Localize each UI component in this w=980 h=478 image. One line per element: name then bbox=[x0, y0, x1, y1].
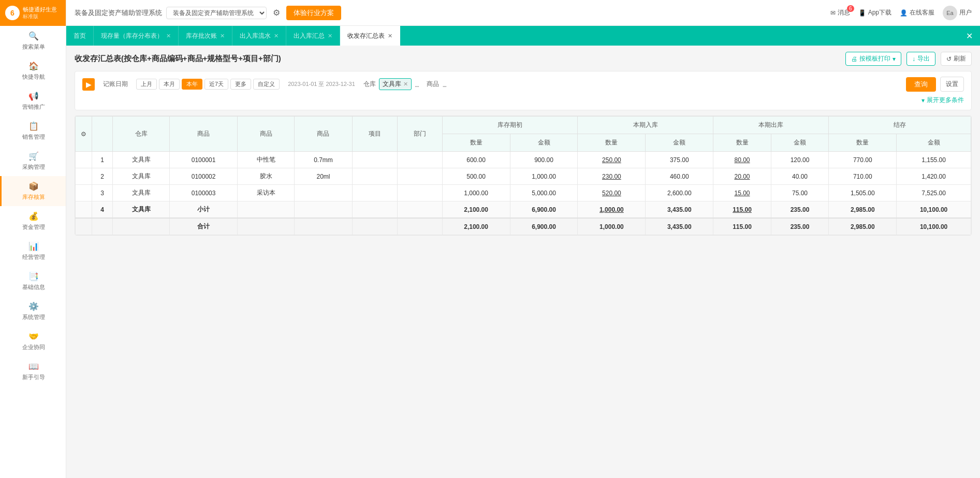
row1-in-qty[interactable]: 250.00 bbox=[578, 152, 646, 168]
sidebar-item-purchase[interactable]: 🛒 采购管理 bbox=[0, 146, 66, 176]
tab-inout-flow[interactable]: 出入库流水 ✕ bbox=[232, 26, 286, 46]
sidebar-label-quicknav: 快捷导航 bbox=[22, 73, 45, 81]
topbar: 装备及固定资产辅助管理系统 装备及固定资产辅助管理系统 ⚙ 体验行业方案 ✉ 消… bbox=[66, 0, 980, 26]
warehouse-label: 仓库 bbox=[363, 80, 376, 89]
sidebar-item-quicknav[interactable]: 🏠 快捷导航 bbox=[0, 56, 66, 86]
total-opening-qty: 2,100.00 bbox=[442, 218, 510, 235]
system-select[interactable]: 装备及固定资产辅助管理系统 bbox=[166, 7, 267, 19]
row2-department bbox=[397, 168, 442, 185]
goods-label: 商品 bbox=[427, 80, 439, 89]
try-btn[interactable]: 体验行业方案 bbox=[286, 6, 341, 20]
tab-inout-summary-label: 出入库汇总 bbox=[294, 32, 325, 40]
total-out-amt: 235.00 bbox=[771, 218, 829, 235]
filter-toggle-btn[interactable]: ▶ bbox=[82, 78, 95, 91]
app-download-btn[interactable]: 📱 App下载 bbox=[858, 8, 891, 17]
total-empty2 bbox=[113, 218, 170, 235]
date-btn-custom[interactable]: 自定义 bbox=[253, 79, 280, 90]
row1-warehouse: 文具库 bbox=[113, 152, 170, 168]
row2-in-qty[interactable]: 230.00 bbox=[578, 168, 646, 185]
warehouse-tag-text: 文具库 bbox=[383, 80, 401, 89]
print-btn[interactable]: 🖨 按模板打印 ▾ bbox=[845, 52, 901, 66]
refresh-btn[interactable]: ↺ 刷新 bbox=[941, 52, 972, 66]
window-close-icon[interactable]: ✕ bbox=[959, 31, 980, 41]
total-empty6 bbox=[397, 218, 442, 235]
total-balance-amt: 10,100.00 bbox=[897, 218, 971, 235]
chevron-down-icon: ▾ bbox=[893, 55, 896, 63]
date-btns: 上月 本月 本年 近7天 更多 自定义 bbox=[136, 79, 280, 90]
subtotal-in-qty[interactable]: 1,000.00 bbox=[578, 201, 646, 219]
tab-stock-dist-close[interactable]: ✕ bbox=[166, 33, 171, 39]
print-label: 按模板打印 bbox=[859, 54, 890, 63]
row3-in-qty[interactable]: 520.00 bbox=[578, 185, 646, 201]
sidebar-item-marketing[interactable]: 📢 营销推广 bbox=[0, 86, 66, 116]
export-btn[interactable]: ↓ 导出 bbox=[906, 52, 935, 66]
tab-batch[interactable]: 库存批次账 ✕ bbox=[179, 26, 232, 46]
tab-stock-dist[interactable]: 现存量（库存分布表） ✕ bbox=[94, 26, 179, 46]
th-opening-qty: 数量 bbox=[442, 134, 510, 152]
subtotal-num: 4 bbox=[92, 201, 113, 219]
filter-row-1: ▶ 记账日期 上月 本月 本年 近7天 更多 自定义 2023-01-01 至 … bbox=[82, 77, 964, 92]
sidebar-label-search: 搜索菜单 bbox=[22, 43, 45, 51]
date-btn-this-year[interactable]: 本年 bbox=[182, 79, 202, 90]
row1-balance-qty: 770.00 bbox=[829, 152, 897, 168]
sidebar-item-search[interactable]: 🔍 搜索菜单 bbox=[0, 26, 66, 56]
filter-expand-btn[interactable]: ▾ 展开更多条件 bbox=[922, 96, 964, 105]
th-department: 部门 bbox=[397, 117, 442, 152]
export-icon: ↓ bbox=[912, 55, 915, 63]
tab-inout-summary-close[interactable]: ✕ bbox=[328, 33, 332, 39]
row2-out-qty[interactable]: 20.00 bbox=[713, 168, 771, 185]
date-btn-more[interactable]: 更多 bbox=[230, 79, 251, 90]
tab-receive-summary[interactable]: 收发存汇总表 ✕ bbox=[340, 26, 400, 46]
sidebar-item-inventory[interactable]: 📦 库存核算 bbox=[0, 176, 66, 206]
search-btn[interactable]: 查询 bbox=[906, 77, 936, 92]
message-btn[interactable]: ✉ 消息 6 bbox=[830, 8, 850, 17]
row1-opening-amt: 900.00 bbox=[510, 152, 578, 168]
tab-inout-flow-close[interactable]: ✕ bbox=[274, 33, 279, 39]
total-label: 合计 bbox=[170, 218, 238, 235]
date-btn-last-month[interactable]: 上月 bbox=[136, 79, 157, 90]
sidebar-item-finance[interactable]: 💰 资金管理 bbox=[0, 206, 66, 236]
sidebar-item-guide[interactable]: 📖 新手引导 bbox=[0, 356, 66, 386]
th-settings[interactable]: ⚙ bbox=[76, 117, 92, 152]
subtotal-out-qty[interactable]: 115.00 bbox=[713, 201, 771, 219]
th-warehouse: 仓库 bbox=[113, 117, 170, 152]
subtotal-empty4 bbox=[397, 201, 442, 219]
page-content: 收发存汇总表(按仓库+商品编码+商品+规格型号+项目+部门) 🖨 按模板打印 ▾… bbox=[66, 46, 980, 478]
message-badge: 6 bbox=[847, 5, 854, 12]
sidebar-item-sales[interactable]: 📋 销售管理 bbox=[0, 116, 66, 146]
row1-out-amt: 120.00 bbox=[771, 152, 829, 168]
row3-project bbox=[352, 185, 397, 201]
warehouse-tag[interactable]: 文具库 ✕ bbox=[379, 78, 412, 90]
date-btn-this-month[interactable]: 本月 bbox=[159, 79, 180, 90]
sidebar-item-operations[interactable]: 📊 经营管理 bbox=[0, 236, 66, 266]
row3-balance-qty: 1,505.00 bbox=[829, 185, 897, 201]
row3-out-qty[interactable]: 15.00 bbox=[713, 185, 771, 201]
row2-warehouse: 文具库 bbox=[113, 168, 170, 185]
total-empty4 bbox=[295, 218, 353, 235]
service-icon: 👤 bbox=[900, 9, 908, 17]
date-btn-7days[interactable]: 近7天 bbox=[204, 79, 228, 90]
total-opening-amt: 6,900.00 bbox=[510, 218, 578, 235]
message-icon: ✉ bbox=[830, 9, 836, 17]
sidebar-item-cooperation[interactable]: 🤝 企业协同 bbox=[0, 326, 66, 356]
online-service-btn[interactable]: 👤 在线客服 bbox=[900, 8, 934, 17]
tab-receive-summary-close[interactable]: ✕ bbox=[388, 33, 392, 39]
warehouse-tag-close[interactable]: ✕ bbox=[403, 81, 408, 88]
goods-dots[interactable]: ... bbox=[442, 80, 446, 89]
cooperation-icon: 🤝 bbox=[28, 331, 39, 341]
tab-batch-close[interactable]: ✕ bbox=[220, 33, 225, 39]
settings-small-btn[interactable]: 设置 bbox=[940, 77, 964, 92]
tab-home[interactable]: 首页 bbox=[66, 26, 94, 46]
sidebar-label-purchase: 采购管理 bbox=[22, 163, 45, 171]
sidebar-item-basicinfo[interactable]: 📑 基础信息 bbox=[0, 266, 66, 296]
sidebar-item-system[interactable]: ⚙️ 系统管理 bbox=[0, 296, 66, 326]
warehouse-dots[interactable]: ... bbox=[415, 80, 418, 89]
settings-icon[interactable]: ⚙ bbox=[273, 8, 280, 18]
user-area[interactable]: Ea 用户 bbox=[943, 6, 972, 20]
row1-department bbox=[397, 152, 442, 168]
row1-out-qty[interactable]: 80.00 bbox=[713, 152, 771, 168]
row2-in-amt: 460.00 bbox=[646, 168, 713, 185]
marketing-icon: 📢 bbox=[28, 91, 39, 101]
tab-inout-summary[interactable]: 出入库汇总 ✕ bbox=[286, 26, 340, 46]
th-in-group: 本期入库 bbox=[578, 117, 713, 134]
